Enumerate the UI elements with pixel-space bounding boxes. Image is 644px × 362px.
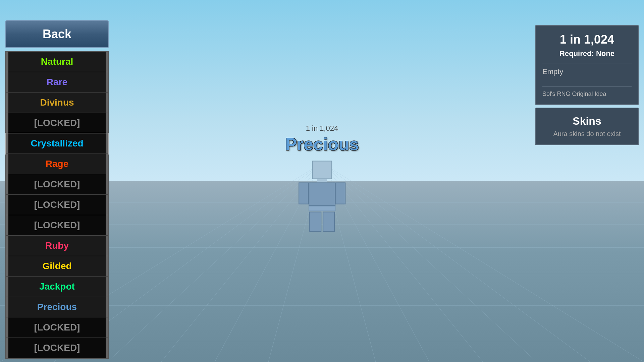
info-card: 1 in 1,024 Required: None Empty Sol's RN… [535, 25, 639, 105]
right-panel: 1 in 1,024 Required: None Empty Sol's RN… [535, 25, 639, 145]
list-item-divinus[interactable]: Divinus [6, 93, 108, 113]
skins-subtitle: Aura skins do not exist [542, 130, 632, 138]
character-chance-label: 1 in 1,024 [285, 124, 359, 133]
skins-title: Skins [542, 115, 632, 127]
svg-line-19 [322, 163, 644, 362]
list-item-natural[interactable]: Natural [6, 52, 108, 72]
info-empty: Empty [542, 67, 632, 76]
char-neck [317, 179, 327, 183]
info-credit: Sol's RNG Original Idea [542, 90, 632, 98]
character-display: 1 in 1,024 Precious [285, 124, 359, 228]
char-head [312, 161, 332, 179]
list-item-crystallized[interactable]: Crystallized [6, 133, 108, 154]
list-item-ruby[interactable]: Ruby [6, 236, 108, 256]
info-divider1 [542, 63, 632, 63]
char-arms [299, 183, 345, 204]
info-chance: 1 in 1,024 [542, 33, 632, 47]
character-name-label: Precious [285, 134, 359, 154]
aura-list: Natural Rare Divinus [LOCKED] Crystalliz… [5, 51, 109, 359]
char-left-leg [309, 212, 321, 232]
skins-card: Skins Aura skins do not exist [535, 108, 639, 145]
roblox-character [299, 161, 345, 228]
list-item-precious[interactable]: Precious [6, 297, 108, 317]
list-item-rage[interactable]: Rage [6, 154, 108, 174]
info-divider2 [542, 86, 632, 86]
info-required: Required: None [542, 49, 632, 58]
char-left-arm [299, 183, 309, 204]
list-item-jackpot[interactable]: Jackpot [6, 277, 108, 297]
back-button[interactable]: Back [5, 20, 109, 48]
char-waist [309, 206, 335, 211]
svg-line-18 [322, 163, 590, 362]
list-item-locked2[interactable]: [LOCKED] [6, 174, 108, 195]
list-item-rare[interactable]: Rare [6, 72, 108, 93]
char-legs [299, 212, 345, 232]
char-right-leg [323, 212, 335, 232]
left-panel: Back Natural Rare Divinus [LOCKED] Cryst… [5, 20, 109, 359]
list-item-locked4[interactable]: [LOCKED] [6, 215, 108, 236]
list-item-locked3[interactable]: [LOCKED] [6, 195, 108, 215]
list-item-locked1[interactable]: [LOCKED] [6, 113, 108, 133]
list-item-locked6[interactable]: [LOCKED] [6, 338, 108, 358]
list-item-locked5[interactable]: [LOCKED] [6, 317, 108, 338]
list-item-gilded[interactable]: Gilded [6, 256, 108, 277]
char-right-arm [335, 183, 345, 204]
